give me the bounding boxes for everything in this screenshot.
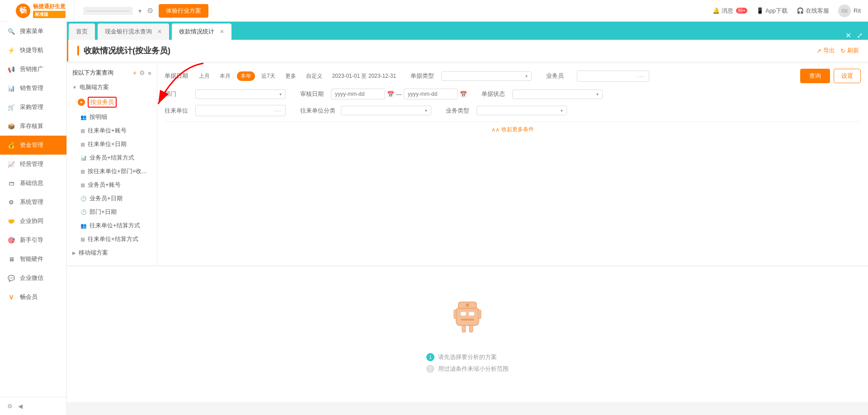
scheme-item-dept-date[interactable]: 🕐 部门+日期 [67, 205, 157, 219]
tab-bank[interactable]: 现金银行流水查询 ✕ [98, 24, 169, 40]
sidebar-label-operation: 经营管理 [20, 160, 43, 168]
guide-icon: 🎯 [7, 236, 15, 244]
pc-scheme-category[interactable]: ▼ 电脑端方案 [67, 80, 157, 94]
scheme-item-sales-date[interactable]: 🕐 业务员+日期 [67, 192, 157, 205]
scheme-item-partner-settlement2[interactable]: ▦ 往来单位+结算方式 [67, 232, 157, 246]
category-label-mobile: 移动端方案 [79, 249, 108, 257]
settings-icon[interactable]: ⚙ [147, 6, 153, 15]
svg-rect-1 [461, 312, 466, 316]
sidebar-item-hardware[interactable]: 🖥 智能硬件 [0, 250, 66, 269]
svg-rect-6 [462, 325, 466, 332]
date-tab-custom[interactable]: 自定义 [302, 71, 326, 81]
version-badge: 标准版 [33, 11, 66, 18]
dept-select[interactable]: ▾ [195, 90, 286, 99]
online-service[interactable]: 🎧 在线客服 [797, 7, 829, 15]
sidebar-item-purchase[interactable]: 🛒 采购管理 [0, 98, 66, 117]
scheme-item-sales-settlement[interactable]: 📊 业务员+结算方式 [67, 151, 157, 165]
salesperson-select[interactable]: ··· [577, 71, 649, 82]
tab-bank-label: 现金银行流水查询 [105, 28, 152, 36]
mobile-scheme-category[interactable]: ▶ 移动端方案 [67, 246, 157, 259]
date-label: 单据日期 [165, 72, 190, 80]
date-tab-this-year[interactable]: 本年 [237, 71, 255, 81]
date-tab-more[interactable]: 更多 [282, 71, 300, 81]
single-status-select[interactable]: ▾ [512, 90, 603, 99]
doc-type-select[interactable]: ▾ [441, 71, 532, 81]
review-date-start[interactable] [331, 89, 385, 99]
tab-close-all-icon[interactable]: ✕ [845, 31, 851, 40]
sidebar-item-finance[interactable]: 💰 资金管理 [0, 136, 66, 155]
scheme-settings-icon[interactable]: ⚙ [139, 69, 145, 76]
refresh-button[interactable]: ↻ 刷新 [840, 47, 859, 55]
scheme-collapse-icon[interactable]: « [148, 69, 151, 76]
sidebar-item-guide[interactable]: 🎯 新手引导 [0, 231, 66, 250]
bell-icon: 🔔 [712, 7, 720, 14]
step-2-text: 用过滤条件来缩小分析范围 [438, 363, 509, 375]
sidebar-label-system: 系统管理 [20, 198, 43, 206]
scheme-item-partner-account[interactable]: ▦ 往来单位+账号 [67, 124, 157, 137]
add-scheme-button[interactable]: + [133, 69, 137, 76]
partner-select[interactable]: ··· [195, 105, 286, 116]
tab-receipt[interactable]: 收款情况统计 ✕ [172, 24, 231, 40]
scheme-header: 按以下方案查询 + ⚙ « [67, 69, 157, 80]
scheme-item-by-detail[interactable]: 👥 按明细 [67, 110, 157, 124]
scheme-header-actions: + ⚙ « [133, 69, 151, 76]
export-icon: ↗ [816, 47, 821, 54]
collapse-bar[interactable]: ∧∧ 收起更多条件 [165, 122, 861, 137]
review-date-label: 审核日期 [300, 90, 326, 98]
base-icon: 🗃 [7, 179, 15, 187]
top-bar: 畅 畅捷通好生意 标准版 ─────────── ▾ ⚙ 消息 体验行业方案 🔔… [0, 0, 868, 22]
enterprise-icon: 🤝 [7, 217, 15, 225]
sidebar-item-search[interactable]: 🔍 搜索菜单 [0, 22, 66, 41]
notification-count: 99+ [736, 8, 747, 14]
scheme-item-sales-account[interactable]: ▦ 业务员+账号 [67, 178, 157, 192]
review-date-end[interactable] [404, 89, 458, 99]
scheme-item-partner-settlement1[interactable]: 👥 往来单位+结算方式 [67, 219, 157, 232]
sidebar-collapse-icon[interactable]: ◀ [18, 403, 23, 410]
sidebar-item-quick-nav[interactable]: ⚡ 快捷导航 [0, 41, 66, 60]
tab-maximize-icon[interactable]: ⤢ [857, 31, 863, 40]
sidebar-label-guide: 新手引导 [20, 236, 43, 244]
tab-receipt-close[interactable]: ✕ [220, 28, 224, 35]
tab-bank-close[interactable]: ✕ [157, 28, 162, 35]
sidebar-item-system[interactable]: ⚙ 系统管理 [0, 193, 66, 212]
trial-button[interactable]: 消息 体验行业方案 [159, 4, 208, 18]
svg-rect-2 [469, 312, 474, 316]
cal-icon-start: 📅 [387, 91, 394, 98]
sidebar-item-wechat[interactable]: 💬 企业微信 [0, 269, 66, 288]
user-area[interactable]: Rit Rit [838, 5, 861, 17]
sidebar-item-warehouse[interactable]: 📦 库存核算 [0, 117, 66, 136]
username: Rit [854, 7, 861, 14]
app-download[interactable]: 📱 App下载 [756, 7, 788, 15]
date-tab-last-month[interactable]: 上月 [195, 71, 213, 81]
sidebar-item-member[interactable]: V 畅会员 [0, 288, 66, 307]
date-tab-7days[interactable]: 近7天 [258, 71, 279, 81]
scheme-item-label-7: 业务员+日期 [90, 194, 123, 203]
breadcrumb-dropdown[interactable]: ▾ [138, 7, 142, 14]
collapse-icon: ∧∧ [491, 127, 500, 133]
filter-row-3: 往来单位 ··· 往来单位分类 ▾ 业务类型 [165, 105, 861, 116]
scheme-item-partner-dept[interactable]: ▦ 按往来单位+部门+收... [67, 165, 157, 178]
phone-icon: 📱 [756, 7, 764, 14]
review-date-group: 📅 — 📅 [331, 89, 467, 99]
partner-dept-icon: ▦ [80, 169, 85, 174]
tab-home[interactable]: 首页 [69, 24, 95, 40]
query-button[interactable]: 查询 [800, 69, 830, 83]
sidebar-item-base[interactable]: 🗃 基础信息 [0, 174, 66, 193]
scheme-item-partner-date[interactable]: ▦ 往来单位+日期 [67, 137, 157, 151]
scheme-item-by-salesperson[interactable]: ● 按业务员 [67, 94, 157, 110]
sidebar-item-marketing[interactable]: 📢 营销推广 [0, 60, 66, 79]
sidebar-label-hardware: 智能硬件 [20, 255, 43, 263]
scheme-item-label-0: 按业务员 [88, 97, 117, 108]
partner-category-select[interactable]: ▾ [341, 106, 431, 115]
date-tab-this-month[interactable]: 本月 [216, 71, 234, 81]
scheme-item-label-2: 往来单位+账号 [88, 127, 127, 135]
business-type-label: 业务类型 [446, 107, 471, 115]
sidebar-item-operation[interactable]: 📈 经营管理 [0, 155, 66, 174]
business-type-select[interactable]: ▾ [476, 106, 567, 115]
notification-area[interactable]: 🔔 消息 99+ [712, 7, 747, 15]
sidebar-settings-icon[interactable]: ⚙ [7, 403, 13, 410]
sidebar-item-enterprise[interactable]: 🤝 企业协同 [0, 212, 66, 231]
sidebar-item-sales[interactable]: 📊 销售管理 [0, 79, 66, 98]
settings-button[interactable]: 设置 [834, 69, 861, 83]
export-button[interactable]: ↗ 导出 [816, 47, 835, 55]
